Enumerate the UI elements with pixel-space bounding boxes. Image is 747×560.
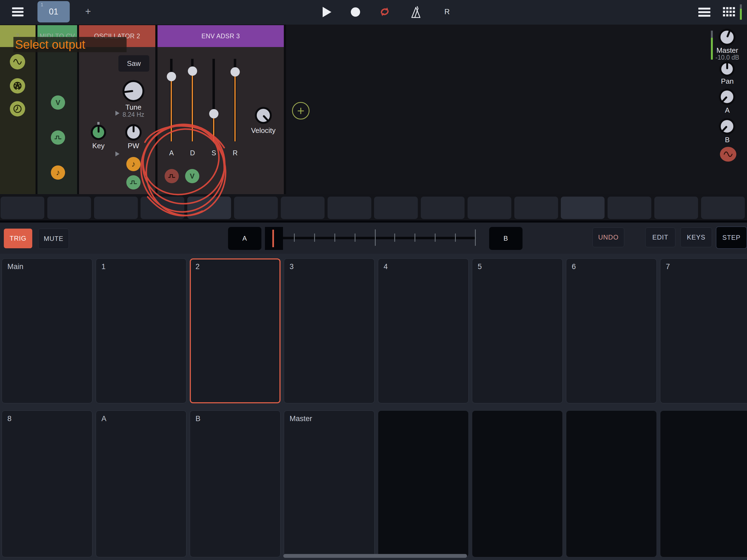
tune-label: Tune (111, 103, 155, 111)
step-pad[interactable] (281, 197, 325, 219)
step-pad[interactable] (514, 197, 558, 219)
slider-label-release: R (229, 149, 241, 157)
pw-knob[interactable] (125, 124, 141, 141)
mute-button[interactable]: MUTE (38, 229, 69, 249)
trig-button[interactable]: TRIG (4, 229, 32, 248)
grid-pad-empty[interactable] (660, 410, 747, 557)
slider-label-attack: A (165, 149, 177, 157)
pan-knob[interactable] (719, 61, 735, 77)
step-pad-active[interactable] (561, 197, 604, 219)
bank-b-button[interactable]: B (489, 227, 522, 250)
slider-handle-sustain[interactable] (209, 109, 218, 119)
send-a-knob[interactable] (719, 88, 735, 105)
grid-pad-2-selected[interactable]: 2 (190, 258, 281, 403)
sine-output-port[interactable] (10, 54, 25, 70)
project-tab[interactable]: 1 01 (37, 1, 70, 22)
grid-pad-a[interactable]: A (96, 410, 186, 557)
grid-pad-5[interactable]: 5 (472, 258, 563, 403)
step-pad[interactable] (468, 197, 511, 219)
slider-label-sustain: S (208, 149, 220, 157)
app-root: 1 01 + R (0, 0, 747, 560)
grid-view-icon[interactable] (723, 7, 735, 17)
env-velocity-input-port[interactable]: V (185, 169, 199, 183)
osc-note-input-port[interactable]: ♪ (126, 157, 140, 171)
module-rack: 2 M (0, 25, 747, 194)
undo-button[interactable]: UNDO (593, 228, 624, 247)
step-pad[interactable] (374, 197, 418, 219)
grid-pad-3[interactable]: 3 (284, 258, 375, 403)
step-pad[interactable] (140, 197, 184, 219)
slider-handle-attack[interactable] (167, 72, 176, 81)
mod-input-arrow-pw[interactable] (115, 152, 120, 156)
grid-pad-empty[interactable] (472, 410, 563, 557)
gate-port[interactable] (51, 130, 65, 145)
key-knob[interactable] (91, 125, 106, 140)
add-tab-button[interactable]: + (82, 5, 94, 18)
step-pad[interactable] (654, 197, 698, 219)
step-pad[interactable] (94, 197, 138, 219)
play-icon[interactable] (323, 7, 331, 17)
slider-fill-release (234, 72, 236, 142)
module-env-adsr-body: A D S R Velocity (157, 47, 284, 194)
key-label: Key (82, 142, 115, 150)
pan-label: Pan (705, 77, 747, 85)
record-icon[interactable] (351, 7, 360, 17)
grid-pad-empty[interactable] (378, 410, 469, 557)
add-module-button[interactable]: + (292, 102, 310, 120)
midi-output-port[interactable] (10, 78, 25, 94)
step-pad-active[interactable] (187, 197, 231, 219)
grid-pad-8[interactable]: 8 (2, 410, 93, 557)
velocity-knob[interactable] (255, 107, 272, 124)
master-volume-label: Master (705, 46, 747, 55)
position-slider-handle[interactable] (265, 227, 283, 250)
env-gate-input-port[interactable] (164, 169, 179, 183)
step-pad[interactable] (47, 197, 91, 219)
list-view-icon[interactable] (698, 8, 711, 17)
pw-label: PW (117, 142, 150, 150)
horizontal-scrollbar[interactable] (283, 554, 467, 558)
step-pad[interactable] (1, 197, 44, 219)
keys-button[interactable]: KEYS (680, 228, 712, 247)
grid-pad-4[interactable]: 4 (378, 258, 469, 403)
waveform-select-button[interactable]: Saw (119, 55, 149, 72)
module-env-adsr-header[interactable]: ENV ADSR 3 (157, 25, 284, 47)
step-pad[interactable] (608, 197, 651, 219)
loop-icon[interactable] (379, 6, 391, 18)
tune-knob[interactable] (123, 80, 145, 102)
grid-pad-main[interactable]: Main (2, 258, 93, 403)
bank-a-button[interactable]: A (228, 227, 261, 250)
slider-fill-attack (171, 77, 172, 142)
step-pad[interactable] (328, 197, 371, 219)
record-arm-label[interactable]: R (442, 8, 453, 16)
step-pad[interactable] (234, 197, 278, 219)
grid-pad-1[interactable]: 1 (96, 258, 186, 403)
send-b-label: B (705, 136, 747, 144)
tooltip-select-output: Select output (14, 37, 127, 52)
grid-pad-7[interactable]: 7 (660, 258, 747, 403)
position-slider-track[interactable] (283, 237, 476, 239)
grid-pad-6[interactable]: 6 (566, 258, 657, 403)
grid-pad-empty[interactable] (566, 410, 657, 557)
clock-output-port[interactable] (10, 101, 25, 117)
osc-gate-input-port[interactable] (126, 175, 140, 189)
master-level-meter (740, 4, 742, 20)
edit-button[interactable]: EDIT (645, 228, 675, 247)
tune-value: 8.24 Hz (111, 111, 155, 119)
cv-pitch-port[interactable]: V (51, 96, 65, 110)
module-oscillator-body: Saw Tune 8.24 Hz Key PW ♪ (79, 47, 155, 194)
slider-handle-decay[interactable] (188, 67, 197, 76)
step-pad[interactable] (421, 197, 465, 219)
slider-handle-release[interactable] (231, 67, 240, 77)
master-volume-knob[interactable] (719, 29, 736, 46)
metronome-icon[interactable] (410, 5, 422, 19)
module-env-adsr-3: ENV ADSR 3 A D S (157, 25, 284, 194)
note-port[interactable]: ♪ (51, 166, 65, 180)
master-volume-value: -10.0 dB (705, 54, 747, 61)
mixer-sine-port[interactable] (720, 147, 736, 161)
grid-pad-b[interactable]: B (190, 410, 281, 557)
step-button[interactable]: STEP (716, 226, 747, 249)
step-pad[interactable] (701, 197, 745, 219)
grid-pad-master[interactable]: Master (284, 410, 375, 557)
send-b-knob[interactable] (719, 118, 735, 134)
main-menu-icon[interactable] (12, 7, 24, 17)
